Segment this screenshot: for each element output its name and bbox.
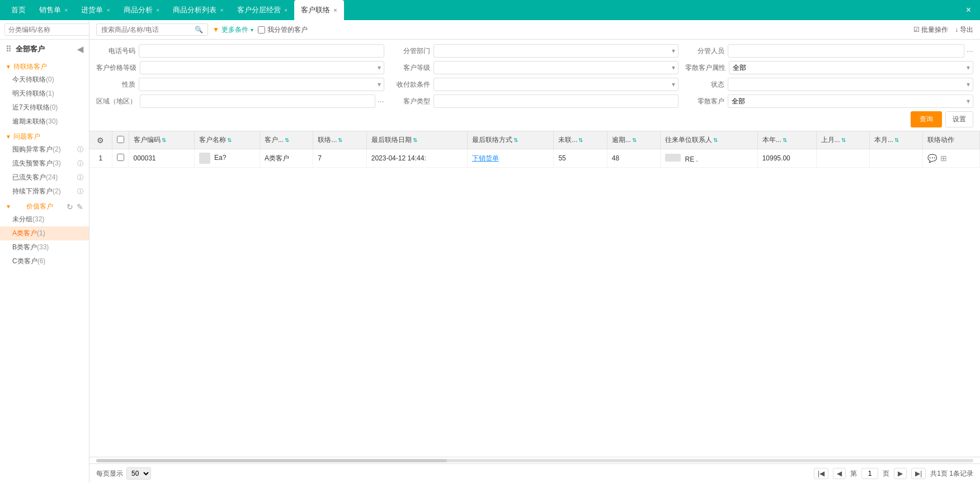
area-dots[interactable]: ··· xyxy=(378,97,384,106)
next-page-btn[interactable]: ▶ xyxy=(894,468,907,479)
th-customer-level: 客户...⇅ xyxy=(260,131,313,149)
first-page-btn[interactable]: |◀ xyxy=(814,468,828,479)
th-contact-count: 联络...⇅ xyxy=(313,131,366,149)
sort-year-icon[interactable]: ⇅ xyxy=(783,137,787,143)
data-table-area: ⚙ 客户编码⇅ 客户名称⇅ 客 xyxy=(89,131,980,457)
close-product-analysis-tab[interactable]: × xyxy=(156,7,159,13)
sidebar-item-ungrouped[interactable]: 未分组(32) xyxy=(0,212,89,226)
customer-type-input[interactable] xyxy=(434,94,679,108)
status-select[interactable] xyxy=(728,78,973,91)
search-icon[interactable]: 🔍 xyxy=(195,26,203,34)
page-size-select[interactable]: 50 xyxy=(126,467,151,480)
settings-button[interactable]: 设置 xyxy=(945,111,973,127)
price-level-select[interactable] xyxy=(140,61,384,74)
tab-customer-contact[interactable]: 客户联络 × xyxy=(294,0,343,20)
person-input[interactable] xyxy=(728,44,964,58)
close-customer-contact-tab[interactable]: × xyxy=(333,7,337,13)
tab-home[interactable]: 首页 xyxy=(4,0,32,20)
export-btn[interactable]: ↓ 导出 xyxy=(955,25,973,35)
retail-attr-select[interactable]: 全部 xyxy=(729,61,973,74)
sidebar-item-7days-contact[interactable]: 近7天待联络(0) xyxy=(0,101,89,115)
my-customers-checkbox[interactable] xyxy=(258,26,265,34)
close-window-button[interactable]: × xyxy=(962,5,976,15)
sidebar-item-tomorrow-contact[interactable]: 明天待联络(1) xyxy=(0,87,89,101)
customer-level-select[interactable] xyxy=(434,61,679,74)
tab-customer-tier[interactable]: 客户分层经营 × xyxy=(230,0,294,20)
scrollbar-thumb[interactable] xyxy=(96,459,447,462)
retail-customer-select[interactable]: 全部 xyxy=(728,94,973,108)
edit-icon[interactable]: ✎ xyxy=(77,202,83,211)
sidebar-item-abnormal-purchase[interactable]: 囤购异常客户(2) ⓘ xyxy=(0,143,89,157)
dept-select[interactable] xyxy=(434,44,679,58)
sidebar-collapse-btn[interactable]: ◀ xyxy=(77,45,83,54)
table-gear-icon[interactable]: ⚙ xyxy=(97,136,104,145)
sidebar-item-declining[interactable]: 持续下滑客户(2) ⓘ xyxy=(0,184,89,198)
search-input[interactable] xyxy=(101,26,195,34)
main-content: 🔍 ▼ 更多条件 ▾ 我分管的客户 ☑ 批量操作 xyxy=(89,20,980,483)
sidebar-item-today-contact[interactable]: 今天待联络(0) xyxy=(0,73,89,87)
filter-status: 状态 xyxy=(685,78,973,91)
th-actions: 联络动作 xyxy=(923,131,980,149)
person-dots[interactable]: ··· xyxy=(967,46,973,55)
sort-last-month-icon[interactable]: ⇅ xyxy=(841,137,846,143)
close-purchase-tab[interactable]: × xyxy=(106,7,110,13)
nature-select[interactable] xyxy=(139,78,384,91)
chat-icon[interactable]: 💬 xyxy=(927,154,937,163)
payment-select[interactable] xyxy=(434,78,679,91)
page-number-input[interactable] xyxy=(861,468,878,479)
row-contact-person: RE . xyxy=(661,149,758,168)
tab-purchase[interactable]: 进货单 × xyxy=(74,0,116,20)
sidebar-item-class-a[interactable]: A类客户(1) xyxy=(0,226,89,240)
sort-level-icon[interactable]: ⇅ xyxy=(285,137,289,143)
sidebar-item-class-c[interactable]: C类客户(6) xyxy=(0,254,89,268)
prev-page-btn[interactable]: ◀ xyxy=(833,468,846,479)
top-nav: 首页 销售单 × 进货单 × 商品分析 × 商品分析列表 × 客户分层经营 × … xyxy=(0,0,980,20)
close-sales-tab[interactable]: × xyxy=(64,7,68,13)
tab-product-analysis-list[interactable]: 商品分析列表 × xyxy=(166,0,230,20)
filter-nature: 性质 xyxy=(96,78,384,91)
sort-person-icon[interactable]: ⇅ xyxy=(713,137,718,143)
row-contact-count: 7 xyxy=(313,149,366,168)
qr-icon[interactable]: ⊞ xyxy=(940,154,947,163)
close-product-list-tab[interactable]: × xyxy=(220,7,223,13)
refresh-icon[interactable]: ↻ xyxy=(67,202,73,211)
th-current-month: 本月...⇅ xyxy=(869,131,922,149)
sort-contact-icon[interactable]: ⇅ xyxy=(338,137,342,143)
filter-retail-attr: 零散客户属性 全部 xyxy=(685,61,973,74)
contact-person-avatar xyxy=(665,154,681,162)
sort-name-icon[interactable]: ⇅ xyxy=(227,137,232,143)
more-conditions-btn[interactable]: ▼ 更多条件 ▾ xyxy=(213,25,253,35)
sidebar-item-churn-warning[interactable]: 流失预警客户(3) ⓘ xyxy=(0,157,89,171)
sort-overdue-icon[interactable]: ⇅ xyxy=(632,137,637,143)
sidebar-item-class-b[interactable]: B类客户(33) xyxy=(0,240,89,254)
th-customer-name: 客户名称⇅ xyxy=(194,131,260,149)
query-button[interactable]: 查询 xyxy=(911,111,942,127)
my-customers-checkbox-label[interactable]: 我分管的客户 xyxy=(258,25,308,35)
th-current-year: 本年...⇅ xyxy=(757,131,816,149)
sidebar-item-overdue-contact[interactable]: 逾期未联络(30) xyxy=(0,115,89,129)
sort-code-icon[interactable]: ⇅ xyxy=(162,137,166,143)
area-input[interactable] xyxy=(140,94,375,108)
sort-method-icon[interactable]: ⇅ xyxy=(513,137,518,143)
filter-customer-level: 客户等级 xyxy=(391,61,679,74)
last-page-btn[interactable]: ▶| xyxy=(911,468,926,479)
filter-payment: 收付款条件 xyxy=(391,78,679,91)
sort-month-icon[interactable]: ⇅ xyxy=(894,137,899,143)
sidebar-search-input[interactable] xyxy=(4,23,89,36)
tab-sales[interactable]: 销售单 × xyxy=(32,0,74,20)
sidebar-item-churned[interactable]: 已流失客户(24) ⓘ xyxy=(0,171,89,184)
select-all-checkbox[interactable] xyxy=(117,136,124,143)
sort-no-contact-icon[interactable]: ⇅ xyxy=(578,137,583,143)
filter-phone: 电话号码 xyxy=(96,44,384,58)
sort-date-icon[interactable]: ⇅ xyxy=(413,137,417,143)
footer-left: 每页显示 50 xyxy=(96,467,151,480)
tab-product-analysis[interactable]: 商品分析 × xyxy=(117,0,166,20)
row-checkbox[interactable] xyxy=(117,154,124,161)
th-last-contact-method: 最后联络方式⇅ xyxy=(467,131,554,149)
customer-table: ⚙ 客户编码⇅ 客户名称⇅ 客 xyxy=(89,131,980,168)
close-customer-tier-tab[interactable]: × xyxy=(284,7,288,13)
horizontal-scrollbar[interactable] xyxy=(96,459,973,462)
last-method-link[interactable]: 下销货单 xyxy=(472,154,499,162)
batch-operations-btn[interactable]: ☑ 批量操作 xyxy=(913,25,948,35)
phone-input[interactable] xyxy=(139,44,384,58)
